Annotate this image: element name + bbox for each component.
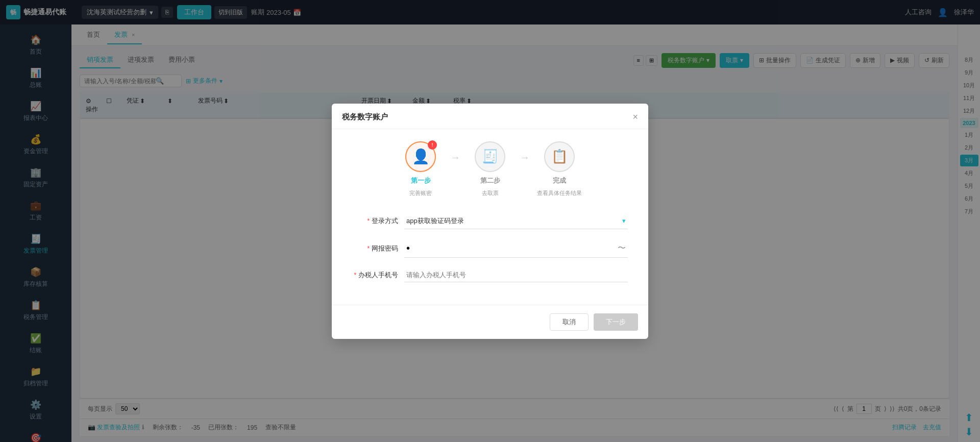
step-1-desc: 完善账密 [409, 189, 432, 197]
modal-overlay[interactable]: 税务数字账户 × 👤 ! 第一步 完善账密 → [0, 0, 980, 442]
password-input[interactable] [406, 242, 618, 254]
step-2-desc: 去取票 [482, 189, 499, 197]
login-required-star: * [367, 217, 370, 225]
step-3-icon: 📋 [544, 141, 575, 172]
step-2-icon: 🧾 [475, 141, 505, 172]
cancel-button[interactable]: 取消 [550, 313, 589, 331]
modal-header: 税务数字账户 × [332, 104, 648, 129]
step-1-icon: 👤 ! [405, 141, 436, 172]
form-login-method: * 登录方式 app获取验证码登录 ▾ [352, 213, 628, 229]
step-3-label: 完成 [553, 176, 566, 185]
step-1-label: 第一步 [411, 176, 431, 185]
modal-body: 👤 ! 第一步 完善账密 → 🧾 第二步 去取票 → [332, 129, 648, 305]
password-label: * 网报密码 [352, 244, 398, 253]
eye-toggle-icon[interactable]: 〜 [618, 243, 626, 254]
step-2-label: 第二步 [480, 176, 500, 185]
step-2: 🧾 第二步 去取票 [464, 141, 516, 197]
login-method-select[interactable]: app获取验证码登录 ▾ [404, 213, 628, 229]
next-button[interactable]: 下一步 [594, 313, 638, 331]
step-3-complete-icon: 📋 [551, 149, 568, 164]
step-1-avatar-icon: 👤 [412, 148, 430, 165]
login-method-value: app获取验证码登录 [406, 216, 464, 226]
modal-title: 税务数字账户 [342, 112, 388, 122]
step-arrow-1: → [446, 141, 464, 163]
password-required-star: * [367, 244, 370, 252]
select-arrow-icon: ▾ [622, 217, 626, 225]
phone-required-star: * [354, 271, 356, 279]
phone-label: * 办税人手机号 [352, 271, 398, 280]
password-wrap: 〜 [404, 239, 628, 258]
phone-input[interactable] [404, 268, 628, 282]
form-phone: * 办税人手机号 [352, 268, 628, 282]
login-method-label: * 登录方式 [352, 216, 398, 226]
modal-close-button[interactable]: × [632, 112, 638, 122]
step-1: 👤 ! 第一步 完善账密 [395, 141, 446, 197]
step-2-invoice-icon: 🧾 [482, 149, 498, 164]
step-3: 📋 完成 查看具体任务结果 [534, 141, 585, 197]
step-1-badge: ! [428, 140, 437, 150]
step-arrow-2: → [516, 141, 534, 163]
modal-footer: 取消 下一步 [332, 305, 648, 339]
tax-digital-modal: 税务数字账户 × 👤 ! 第一步 完善账密 → [332, 104, 648, 339]
steps: 👤 ! 第一步 完善账密 → 🧾 第二步 去取票 → [352, 141, 628, 197]
form-password: * 网报密码 〜 [352, 239, 628, 258]
step-3-desc: 查看具体任务结果 [537, 189, 582, 197]
